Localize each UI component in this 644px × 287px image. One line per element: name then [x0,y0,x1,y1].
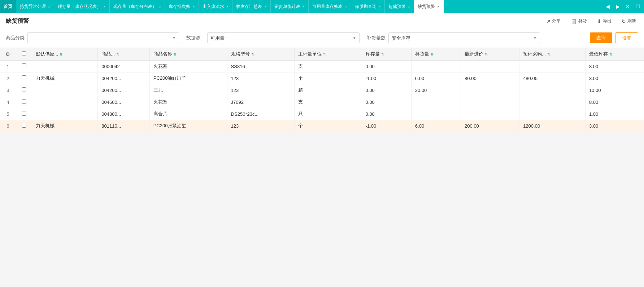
close-tab-2[interactable]: × [103,4,105,9]
export-button[interactable]: ⬇ 导出 [595,17,614,26]
sort-est-purchase-icon: ⇅ [547,52,550,56]
table-body: 1 0000042 火花塞 SS816 支 0.00 8.00 2 力天机械 0… [0,61,644,132]
th-gear: ⚙ [0,48,16,61]
th-latest-price-label: 最新进价 [465,51,483,57]
page-title: 缺货预警 [6,17,544,25]
cell-checkbox-0 [16,61,32,72]
cell-spec-2: 123 [227,84,294,96]
th-stock-label: 库存量 [366,51,380,57]
cell-spec-5: 123 [227,120,294,132]
replenish-select-wrapper: 安全库存 ▼ [388,32,540,43]
close-tab-6[interactable]: × [264,4,266,9]
row-checkbox-3[interactable] [22,99,26,104]
close-tab-10[interactable]: × [408,4,410,9]
cell-name-3: 火花塞 [149,96,227,108]
nav-tab-8-label: 可用量库存账本 [312,4,343,10]
nav-tab-1[interactable]: 拣货异常处理 × [16,0,54,13]
row-checkbox-5[interactable] [22,123,26,128]
cell-name-1: PC200油缸缸子 [149,72,227,84]
nav-tab-10[interactable]: 超储预警 × [385,0,414,13]
nav-tab-3-label: 现存量（库存分布表） [113,4,157,10]
nav-tab-2[interactable]: 现存量（库存状况表） × [54,0,109,13]
category-label: 商品分类 [6,35,25,41]
cell-min-stock-4: 1.00 [585,108,644,120]
nav-tab-11[interactable]: 缺货预警 × [414,0,443,13]
th-spec[interactable]: 规格型号 ⇅ [227,48,294,61]
th-supplier[interactable]: 默认供应... ⇅ [32,48,98,61]
table-row: 1 0000042 火花塞 SS816 支 0.00 8.00 [0,61,644,72]
replenish-label: 补货基数 [367,35,386,41]
datasource-select-wrapper: 可用量 ▼ [207,32,360,43]
th-latest-price[interactable]: 最新进价 ⇅ [461,48,519,61]
table-row: 6 力天机械 801110... PC200张紧油缸 123 个 -1.00 6… [0,120,644,132]
datasource-filter: 数据源 可用量 ▼ [186,32,360,43]
sort-code-icon: ⇅ [116,52,119,56]
close-tab-11[interactable]: × [437,4,439,9]
th-replenish[interactable]: 补货量 ⇅ [411,48,461,61]
row-checkbox-0[interactable] [22,63,26,68]
th-code[interactable]: 商品... ⇅ [98,48,149,61]
share-button[interactable]: ↗ 分享 [544,17,563,26]
cell-replenish-1: 6.00 [411,72,461,84]
cell-checkbox-5 [16,120,32,132]
th-name[interactable]: 商品名称 ⇅ [149,48,227,61]
nav-controls: ◀ ▶ ✕ ☐ [601,2,644,11]
cell-index-3: 4 [0,96,16,108]
query-button[interactable]: 查询 [590,32,612,43]
close-tab-4[interactable]: × [192,4,195,9]
close-tab-3[interactable]: × [159,4,161,9]
close-tab-7[interactable]: × [303,4,305,9]
th-min-stock[interactable]: 最低库存 ⇅ [585,48,644,61]
close-tab-9[interactable]: × [379,4,381,9]
replenish-filter: 补货基数 安全库存 ▼ [367,32,540,43]
cell-supplier-4 [32,108,98,120]
share-icon: ↗ [546,18,551,24]
nav-tab-4-label: 库存批次账 [169,4,190,10]
nav-tab-4[interactable]: 库存批次账 × [165,0,199,13]
replenish-select[interactable]: 安全库存 [388,32,540,43]
row-checkbox-2[interactable] [22,87,26,92]
th-unit[interactable]: 主计量单位 ⇅ [294,48,362,61]
cell-unit-0: 支 [294,61,362,72]
nav-tab-6-label: 收发存汇总表 [236,4,262,10]
close-tab-1[interactable]: × [48,4,50,9]
cell-index-0: 1 [0,61,16,72]
nav-tab-10-label: 超储预警 [388,4,406,10]
nav-tab-7[interactable]: 要货单统计表 × [271,0,309,13]
column-settings-icon[interactable]: ⚙ [5,51,10,57]
nav-maximize-button[interactable]: ☐ [633,2,643,11]
refresh-button[interactable]: ↻ 刷新 [619,17,638,26]
page-header: 缺货预警 ↗ 分享 📋 补货 ⬇ 导出 ↻ 刷新 [0,13,644,28]
cell-replenish-5: 6.00 [411,120,461,132]
datasource-select[interactable]: 可用量 [207,32,360,43]
table-container: ⚙ 默认供应... ⇅ 商品... ⇅ [0,48,644,132]
nav-tab-6[interactable]: 收发存汇总表 × [232,0,270,13]
nav-split-button[interactable]: ✕ [623,2,632,11]
th-est-purchase[interactable]: 预计采购... ⇅ [519,48,586,61]
sort-supplier-icon: ⇅ [60,52,62,56]
nav-prev-button[interactable]: ◀ [603,2,612,11]
row-checkbox-1[interactable] [22,75,26,80]
category-select[interactable] [27,32,179,43]
select-all-checkbox[interactable] [22,51,26,56]
nav-tab-1-label: 拣货异常处理 [20,4,46,10]
nav-tab-9[interactable]: 保质期查询 × [351,0,385,13]
nav-tab-8[interactable]: 可用量库存账本 × [309,0,351,13]
replenish-button[interactable]: 📋 补货 [569,17,589,26]
nav-tab-3[interactable]: 现存量（库存分布表） × [110,0,165,13]
cell-latest-price-3 [461,96,519,108]
nav-next-button[interactable]: ▶ [613,2,622,11]
close-tab-8[interactable]: × [345,4,347,9]
nav-tab-5[interactable]: 出入库流水 × [199,0,232,13]
close-tab-5[interactable]: × [226,4,229,9]
cell-latest-price-4 [461,108,519,120]
th-spec-label: 规格型号 [231,51,250,57]
row-checkbox-4[interactable] [22,111,26,116]
th-stock[interactable]: 库存量 ⇅ [362,48,411,61]
settings-button[interactable]: 设置 [615,32,638,43]
sort-replenish-icon: ⇅ [431,52,434,56]
cell-est-purchase-1: 480.00 [519,72,586,84]
sort-stock-icon: ⇅ [381,52,384,56]
nav-tab-home[interactable]: 首页 [0,0,16,13]
cell-spec-3: J7092 [227,96,294,108]
